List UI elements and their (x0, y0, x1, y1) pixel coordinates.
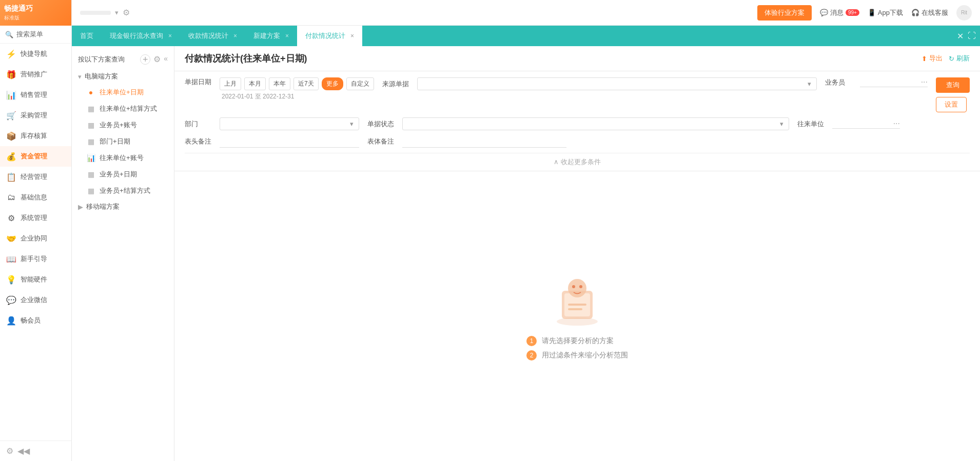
solution-item-staff-account[interactable]: ▦ 业务员+账号 (72, 117, 174, 133)
source-select[interactable]: ▾ (417, 77, 817, 90)
sidebar-item-label: 企业微信 (21, 295, 47, 305)
header-settings-icon[interactable]: ⚙ (123, 8, 130, 17)
date-btn-last-month[interactable]: 上月 (220, 77, 241, 90)
export-btn[interactable]: ⬆ 导出 (922, 54, 943, 63)
message-icon: 💬 (820, 9, 828, 16)
sidebar-item-weixin[interactable]: 💬 企业微信 (0, 290, 71, 310)
tab-payments[interactable]: 付款情况统计 × (297, 26, 362, 46)
dropdown-icon[interactable]: ▾ (115, 9, 119, 16)
sidebar-item-member[interactable]: 👤 畅会员 (0, 310, 71, 331)
svg-point-5 (579, 285, 582, 288)
staff-dots-btn[interactable]: ··· (921, 77, 928, 87)
tab-payments-close[interactable]: × (350, 32, 354, 39)
settings-footer-icon[interactable]: ⚙ (6, 446, 13, 456)
sidebar-item-purchase[interactable]: 🛒 采购管理 (0, 105, 71, 126)
inventory-icon: 📦 (6, 131, 16, 141)
counter-dots-btn[interactable]: ··· (893, 119, 900, 128)
sidebar-item-inventory[interactable]: 📦 库存核算 (0, 126, 71, 146)
sidebar-item-label: 畅会员 (21, 316, 41, 325)
member-icon: 👤 (6, 315, 16, 326)
add-plan-icon[interactable]: + (140, 54, 150, 65)
sidebar-search[interactable]: 🔍 搜索菜单 (0, 26, 71, 44)
solution-item-counter-account[interactable]: 📊 往来单位+账号 (72, 150, 174, 166)
date-btn-more[interactable]: 更多 (322, 77, 343, 90)
solution-item-staff-date[interactable]: ▦ 业务员+日期 (72, 166, 174, 183)
header-company-area: ▾ ⚙ (80, 8, 751, 17)
header-note-input[interactable] (220, 135, 359, 148)
sidebar-item-label: 企业协同 (21, 234, 47, 243)
solution-item-label: 往来单位+日期 (100, 88, 144, 97)
guide-icon: 📖 (6, 254, 16, 264)
tip1-num: 1 (526, 336, 537, 346)
chevron-down-icon: ▾ (78, 73, 82, 81)
tab-home[interactable]: 首页 (72, 26, 102, 46)
counter-filter-label: 往来单位 (797, 119, 828, 129)
date-btn-this-year[interactable]: 本年 (269, 77, 290, 90)
sidebar-item-hardware[interactable]: 💡 智能硬件 (0, 269, 71, 290)
plan-settings-icon[interactable]: ⚙ (153, 54, 161, 65)
refresh-label: 刷新 (956, 54, 970, 63)
sidebar-item-quicknav[interactable]: ⚡ 快捷导航 (0, 44, 71, 64)
collapse-bar[interactable]: ∧ 收起更多条件 (185, 153, 970, 171)
tab-newplan-label: 新建方案 (253, 31, 280, 41)
try-industry-btn[interactable]: 体验行业方案 (757, 5, 812, 21)
sidebar: 畅捷通巧 标准版 🔍 搜索菜单 ⚡ 快捷导航 🎁 营销推广 📊 销售管理 🛒 采… (0, 0, 72, 461)
collapse-sidebar-icon[interactable]: ◀◀ (17, 446, 30, 456)
tab-newplan[interactable]: 新建方案 × (245, 26, 297, 46)
online-service-btn[interactable]: 🎧 在线客服 (911, 8, 948, 17)
mobile-group-toggle[interactable]: ▶ 移动端方案 (72, 199, 174, 214)
tab-fullscreen-icon[interactable]: ⛶ (968, 31, 976, 41)
tab-newplan-close[interactable]: × (285, 32, 289, 39)
messages-btn[interactable]: 💬 消息 99+ (820, 8, 859, 17)
sidebar-item-guide[interactable]: 📖 新手引导 (0, 249, 71, 269)
sidebar-header: 畅捷通巧 标准版 (0, 0, 71, 26)
query-btn[interactable]: 查询 (936, 77, 970, 93)
solution-item-counter-settle[interactable]: ▦ 往来单位+结算方式 (72, 101, 174, 117)
tab-receipts[interactable]: 收款情况统计 × (180, 26, 245, 46)
messages-badge: 99+ (846, 9, 859, 16)
finance-icon: 💰 (6, 151, 16, 162)
sidebar-item-label: 智能硬件 (21, 275, 47, 284)
sidebar-item-finance[interactable]: 💰 资金管理 (0, 146, 71, 167)
tab-cashflow-close[interactable]: × (168, 32, 172, 39)
date-filter-label: 单据日期 (185, 77, 215, 87)
body-note-input[interactable] (402, 135, 566, 148)
tab-home-label: 首页 (80, 31, 93, 41)
panel-collapse-icon[interactable]: « (164, 54, 168, 65)
search-icon: 🔍 (5, 31, 13, 38)
settings-btn[interactable]: 设置 (936, 97, 967, 112)
tab-receipts-close[interactable]: × (233, 32, 237, 39)
tab-bar-end: ✕ ⛶ (957, 31, 980, 41)
dept-select[interactable]: ▾ (220, 117, 359, 130)
desktop-group-toggle[interactable]: ▾ 电脑端方案 (72, 69, 174, 84)
date-btn-this-month[interactable]: 本月 (244, 77, 266, 90)
sidebar-item-operations[interactable]: 📋 经营管理 (0, 167, 71, 187)
tab-bar: 首页 现金银行流水查询 × 收款情况统计 × 新建方案 × 付款情况统计 × ✕… (72, 26, 980, 46)
sidebar-item-sales[interactable]: 📊 销售管理 (0, 85, 71, 105)
sidebar-item-marketing[interactable]: 🎁 营销推广 (0, 64, 71, 85)
user-avatar[interactable]: Rit (956, 5, 972, 21)
sidebar-item-enterprise[interactable]: 🤝 企业协同 (0, 228, 71, 249)
solution-item-counter-date[interactable]: ● 往来单位+日期 (72, 84, 174, 101)
solution-item-label: 业务员+结算方式 (100, 186, 150, 195)
sidebar-item-system[interactable]: ⚙ 系统管理 (0, 208, 71, 228)
solution-item-staff-settle[interactable]: ▦ 业务员+结算方式 (72, 183, 174, 199)
body-note-label: 表体备注 (367, 137, 398, 146)
hardware-icon: 💡 (6, 274, 16, 285)
app-download-btn[interactable]: 📱 App下载 (868, 8, 903, 17)
sidebar-item-label: 销售管理 (21, 90, 47, 99)
filter-area: 单据日期 上月 本月 本年 近7天 更多 自定义 2022-01-01 至 20… (174, 71, 980, 171)
source-filter-label: 来源单据 (382, 79, 413, 89)
refresh-icon: ↻ (949, 55, 954, 63)
tab-close-all-icon[interactable]: ✕ (957, 31, 964, 41)
solution-item-dept-date[interactable]: ▦ 部门+日期 (72, 133, 174, 150)
sidebar-item-basic[interactable]: 🗂 基础信息 (0, 187, 71, 208)
tab-cashflow[interactable]: 现金银行流水查询 × (102, 26, 180, 46)
date-btn-last7[interactable]: 近7天 (293, 77, 319, 90)
date-btn-custom[interactable]: 自定义 (346, 77, 374, 90)
status-select[interactable]: ▾ (402, 117, 789, 130)
header-note-label: 表头备注 (185, 137, 215, 146)
left-panel-header: 按以下方案查询 + ⚙ « (72, 51, 174, 69)
refresh-btn[interactable]: ↻ 刷新 (949, 54, 970, 63)
sidebar-item-label: 营销推广 (21, 70, 47, 79)
